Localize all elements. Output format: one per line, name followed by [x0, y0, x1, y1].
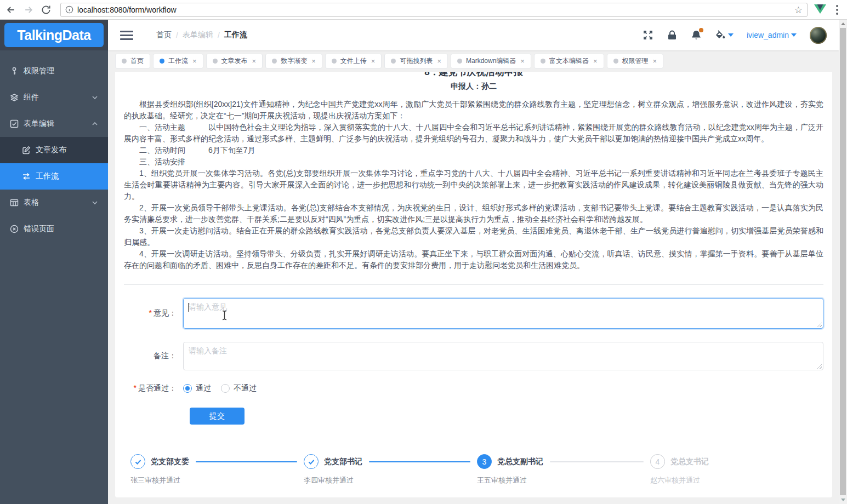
close-icon[interactable]: ×: [371, 58, 376, 65]
sidebar-item-article-publish[interactable]: 文章发布: [0, 137, 108, 163]
approval-steps: 党支部支委 张三审核并通过 党支部书记 李四审核并通过 3: [124, 454, 823, 485]
browser-chrome: localhost:8080/form/workflow ☆: [0, 0, 847, 20]
page-info-icon[interactable]: [65, 5, 73, 14]
tab-dot-icon: [391, 59, 396, 64]
sidebar-item-table[interactable]: 表格: [0, 190, 108, 216]
step-3: 3 党总支副书记 王五审核并通过: [477, 454, 650, 485]
sidebar-item-form-edit[interactable]: 表单编辑: [0, 111, 108, 137]
radio-label: 不通过: [234, 383, 257, 393]
step-connector: [369, 461, 470, 462]
close-icon[interactable]: ×: [252, 58, 257, 65]
sidebar-item-label: 工作流: [36, 171, 59, 181]
breadcrumb-separator: /: [176, 31, 178, 39]
chevron-down-icon: [728, 33, 734, 37]
sidebar-item-components[interactable]: 组件: [0, 84, 108, 111]
avatar[interactable]: [810, 27, 827, 44]
forward-icon[interactable]: [23, 4, 34, 15]
sidebar-item-permission[interactable]: 权限管理: [0, 58, 108, 84]
doc-paragraph: 二、活动时间 6月下旬至7月: [124, 145, 823, 156]
tab-markdown-editor[interactable]: Markdown编辑器×: [451, 54, 531, 68]
step-title: 党总支书记: [670, 457, 709, 467]
fullscreen-icon[interactable]: [643, 30, 653, 41]
theme-switcher[interactable]: [715, 30, 734, 41]
pass-label: *是否通过：: [124, 383, 183, 393]
step-content: 李四审核并通过: [304, 476, 477, 485]
lock-icon[interactable]: [667, 30, 678, 41]
browser-menu-icon[interactable]: [836, 5, 838, 15]
opinion-label: *意见：: [124, 308, 183, 318]
page-scrollbar[interactable]: [839, 20, 847, 504]
sidebar-item-label: 错误页面: [24, 224, 54, 234]
scrollbar-thumb[interactable]: [840, 28, 846, 495]
pass-row: *是否通过： 通过 不通过: [124, 383, 823, 393]
close-icon[interactable]: ×: [437, 58, 441, 65]
tab-count-to[interactable]: 数字渐变×: [265, 54, 322, 68]
tab-dot-icon: [457, 59, 462, 64]
tab-label: 数字渐变: [281, 56, 307, 66]
tab-dot-icon: [213, 59, 218, 64]
chevron-down-icon: [92, 199, 98, 206]
vue-devtools-icon[interactable]: [814, 4, 826, 15]
step-4: 4 党总支书记 赵六审核并通过: [650, 454, 823, 485]
tab-permission[interactable]: 权限管理×: [607, 54, 664, 68]
workflow-card: 8：建党节庆祝活动申报 申报人：孙二 根据县委组织部(组织[20xx]21)文件…: [115, 72, 832, 497]
step-2: 党支部书记 李四审核并通过: [304, 454, 477, 485]
user-menu[interactable]: iview_admin: [747, 31, 797, 39]
sidebar-item-label: 权限管理: [24, 66, 54, 76]
swap-icon: [22, 172, 31, 181]
breadcrumb-separator: /: [218, 31, 220, 39]
note-textarea[interactable]: [183, 342, 823, 370]
url-text[interactable]: localhost:8080/form/workflow: [77, 5, 177, 14]
close-icon[interactable]: ×: [593, 58, 598, 65]
notification-bell[interactable]: [691, 30, 702, 41]
bookmark-star-icon[interactable]: ☆: [794, 4, 803, 16]
scroll-up-icon[interactable]: [841, 22, 845, 25]
reload-icon[interactable]: [41, 4, 52, 15]
close-icon[interactable]: ×: [311, 58, 316, 65]
step-title: 党支部书记: [324, 457, 362, 467]
url-bar[interactable]: localhost:8080/form/workflow ☆: [60, 3, 808, 17]
sidebar-item-label: 表单编辑: [24, 119, 54, 129]
doc-paragraph: 4、开展一次调研走访活动。坚持领导带头、分级负责，扎实开展好调研走访活动。要真正…: [124, 248, 823, 271]
checkbox-icon: [10, 119, 19, 128]
step-title: 党总支副书记: [497, 457, 543, 467]
tab-rich-text-editor[interactable]: 富文本编辑器×: [534, 54, 604, 68]
doc-paragraph: 3、开展一次走访慰问活动。结合正在开展的群众路线教育实践活动，各党总支部负责人要…: [124, 225, 823, 248]
step-content: 张三审核并通过: [130, 476, 304, 485]
close-icon[interactable]: ×: [520, 58, 525, 65]
breadcrumb-home[interactable]: 首页: [156, 30, 172, 40]
opinion-textarea[interactable]: [183, 298, 823, 329]
radio-option-fail[interactable]: 不通过: [221, 383, 257, 393]
radio-label: 通过: [196, 383, 211, 393]
close-icon[interactable]: ×: [653, 58, 657, 65]
doc-paragraph: 根据县委组织部(组织[20xx]21)文件通知精神，为纪念中国共产党建党xx周年…: [124, 99, 823, 122]
back-icon[interactable]: [5, 4, 16, 15]
submit-button[interactable]: 提交: [190, 408, 245, 425]
note-textarea-wrap: [183, 342, 823, 370]
tab-upload[interactable]: 文件上传×: [325, 54, 382, 68]
doc-paragraph: 2、开展一次党员领导干部带头上党课活动。各党(总)支部结合本支部情况，为庆祝党的…: [124, 202, 823, 225]
logo[interactable]: TalkingData: [4, 23, 104, 47]
tab-dot-icon: [122, 59, 127, 64]
step-connector: [196, 461, 297, 462]
tab-drag-list[interactable]: 可拖拽列表×: [384, 54, 448, 68]
tab-dot-icon: [160, 59, 164, 64]
sidebar-item-workflow[interactable]: 工作流: [0, 163, 108, 190]
close-icon[interactable]: ×: [192, 58, 197, 65]
chevron-up-icon: [92, 121, 98, 127]
radio-option-pass[interactable]: 通过: [183, 383, 211, 393]
tab-home[interactable]: 首页: [115, 54, 150, 68]
tab-article-publish[interactable]: 文章发布×: [206, 54, 263, 68]
sidebar-menu: 权限管理 组件 表单编辑 文章发布 工作流: [0, 50, 108, 242]
sidebar-item-error-page[interactable]: 错误页面: [0, 216, 108, 242]
document-body: 根据县委组织部(组织[20xx]21)文件通知精神，为纪念中国共产党建党xx周年…: [124, 99, 823, 271]
header-actions: iview_admin: [643, 27, 827, 44]
scroll-down-icon[interactable]: [841, 499, 845, 501]
table-icon: [10, 198, 19, 207]
sidebar-toggle-icon[interactable]: [120, 31, 133, 40]
tab-workflow[interactable]: 工作流×: [153, 54, 203, 68]
doc-paragraph: 一、活动主题 以中国特色社会主义理论为指导，深入贯彻落实党的十八大、十八届四中全…: [124, 122, 823, 145]
divider: [124, 284, 823, 285]
breadcrumb-form-edit[interactable]: 表单编辑: [183, 30, 213, 40]
step-number: 4: [650, 454, 665, 469]
